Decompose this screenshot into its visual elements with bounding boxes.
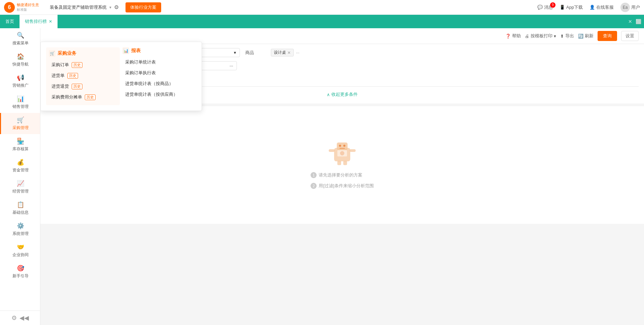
refresh-button[interactable]: 🔄 刷新 [578,33,594,39]
sidebar-search-label: 搜索菜单 [12,40,29,46]
operations-icon: 📈 [17,180,24,187]
product-tag-value: 设计桌 [274,50,286,55]
sidebar-collapse-icon[interactable]: ◀◀ [20,314,29,322]
sidebar-purchase-label: 采购管理 [12,125,29,131]
settings-button[interactable]: 设置 [621,31,639,41]
menu-item-return[interactable]: 进货退货 历史 [49,81,117,92]
purchase-dropdown-menu: 🛒 采购业务 采购订单 历史 进货单 历史 进货退货 历史 采购费用分摊单 [40,42,202,111]
tab-close-btn[interactable]: ✕ [628,19,632,24]
query-button[interactable]: 查询 [598,31,617,41]
sidebar-item-inventory[interactable]: 🏪 库存核算 [0,134,40,155]
menu-item-purchase-order-report[interactable]: 采购订单统计表 [122,57,196,68]
sidebar-item-operations[interactable]: 📈 经营管理 [0,176,40,198]
sidebar-finance-label: 资金管理 [12,167,29,173]
menu-item-purchase-cost[interactable]: 采购费用分摊单 历史 [49,92,117,103]
tab-maximize-btn[interactable]: ⬜ [636,19,641,24]
print-button[interactable]: 🖨 按模板打印 ▾ [525,33,556,39]
app-download-label: App下载 [566,4,583,10]
online-service-item[interactable]: 👤 在线客服 [589,4,614,10]
svg-point-3 [343,145,345,147]
report-section-title: 📊 报表 [122,47,196,54]
sidebar-item-sales[interactable]: 📊 销售管理 [0,92,40,113]
menu-inbound-product-report-label: 进货单统计表（按商品） [125,81,173,87]
sidebar-item-search[interactable]: 🔍 搜索菜单 [0,28,40,49]
menu-item-purchase-order[interactable]: 采购订单 历史 [49,59,117,70]
tab-home[interactable]: 首页 [0,15,20,28]
logo-badge: 标准版 [17,7,39,12]
logo-text-area: 畅捷通好生意 标准版 [17,2,39,12]
product-tag-close[interactable]: ✕ [287,50,291,55]
svg-rect-7 [337,161,341,165]
purchase-section-title: 🛒 采购业务 [49,50,117,57]
user-label: 用户 [631,4,640,10]
sidebar-item-nav[interactable]: 🏠 快捷导航 [0,49,40,71]
empty-hint2-text: 用[过滤]条件来缩小分析范围 [319,181,373,190]
sidebar-marketing-label: 营销推广 [12,83,29,88]
tab-sales-rank-label: 销售排行榜 [25,18,47,25]
menu-inbound-supplier-report-label: 进货单统计表（按供应商） [125,91,178,97]
refresh-icon: 🔄 [578,34,583,39]
menu-item-inbound-product-report[interactable]: 进货单统计表（按商品） [122,78,196,89]
sidebar-bottom: ⚙ ◀◀ [0,311,40,325]
sidebar-item-guide[interactable]: 🎯 新手引导 [0,261,40,282]
svg-rect-5 [329,149,335,152]
empty-hint-1: 1 请先选择要分析的方案 2 用[过滤]条件来缩小分析范围 [311,171,373,190]
purchase-section-label: 采购业务 [58,50,76,56]
sidebar-item-system[interactable]: ⚙️ 系统管理 [0,219,40,240]
service-icon: 👤 [589,5,595,10]
tab-sales-rank[interactable]: 销售排行榜 ✕ [20,15,58,28]
svg-point-2 [339,145,341,147]
empty-state-area: 1 请先选择要分析的方案 2 用[过滤]条件来缩小分析范围 [40,106,644,224]
user-item[interactable]: Ea 用户 [620,3,640,12]
menu-return-label: 进货退货 [51,83,69,89]
print-icon: 🖨 [525,34,529,39]
tab-home-label: 首页 [5,18,14,25]
notification-icon: 💬 [537,5,543,10]
menu-purchase-order-history: 历史 [72,62,82,68]
inventory-icon: 🏪 [17,137,24,145]
collapse-text: 收起更多条件 [331,91,358,97]
sales-icon: 📊 [17,95,24,103]
menu-item-inbound[interactable]: 进货单 历史 [49,70,117,81]
report-section-icon: 📊 [122,47,129,54]
sidebar-sales-label: 销售管理 [12,104,29,110]
sidebar-item-marketing[interactable]: 📢 营销推广 [0,71,40,92]
menu-purchase-order-report-label: 采购订单统计表 [125,59,156,65]
content-area: 🛒 采购业务 采购订单 历史 进货单 历史 进货退货 历史 采购费用分摊单 [40,28,644,325]
menu-item-inbound-supplier-report[interactable]: 进货单统计表（按供应商） [122,89,196,100]
export-icon: ⬆ [560,34,564,39]
print-dropdown-icon[interactable]: ▾ [554,34,556,39]
help-button[interactable]: ❓ 帮助 [505,33,521,39]
menu-purchase-cost-history: 历史 [85,94,96,100]
system-title-dropdown-icon[interactable]: ▾ [109,5,111,10]
menu-item-purchase-order-exec[interactable]: 采购订单执行表 [122,68,196,78]
industry-button[interactable]: 体验行业方案 [126,2,161,12]
system-settings-icon[interactable]: ⚙ [114,4,119,10]
product-filter-more[interactable]: ··· [296,50,299,55]
online-service-label: 在线客服 [596,4,614,10]
basic-icon: 📋 [17,201,24,208]
logo-title: 畅捷通好生意 [17,2,39,7]
menu-inbound-history: 历史 [67,73,78,79]
tab-sales-rank-close[interactable]: ✕ [49,19,52,24]
menu-purchase-order-exec-label: 采购订单执行表 [125,70,156,76]
product-filter-group: 设计桌 ✕ ··· [271,49,299,56]
sidebar-nav-label: 快捷导航 [12,62,29,67]
sidebar-item-purchase[interactable]: 🛒 采购管理 [0,113,40,134]
sidebar-settings-icon[interactable]: ⚙ [11,314,17,322]
sidebar-item-collab[interactable]: 🤝 企业协同 [0,240,40,261]
notification-item[interactable]: 💬 消息 9 [537,4,553,10]
sidebar-item-finance[interactable]: 💰 资金管理 [0,155,40,176]
tab-window-controls: ✕ ⬜ [628,19,644,24]
salesperson-filter-arrow: ··· [229,63,233,68]
app-icon: 📱 [560,5,565,10]
menu-inbound-label: 进货单 [51,73,65,79]
sidebar-item-basic[interactable]: 📋 基础信息 [0,198,40,219]
empty-state: 1 请先选择要分析的方案 2 用[过滤]条件来缩小分析范围 [40,113,644,217]
sidebar-basic-label: 基础信息 [12,210,29,215]
report-section: 📊 报表 采购订单统计表 采购订单执行表 进货单统计表（按商品） 进货单统计表（… [122,47,196,105]
logo-area: 6 畅捷通好生意 标准版 [4,2,44,13]
finance-icon: 💰 [17,159,24,166]
export-button[interactable]: ⬆ 导出 [560,33,574,39]
app-download-item[interactable]: 📱 App下载 [560,4,583,10]
